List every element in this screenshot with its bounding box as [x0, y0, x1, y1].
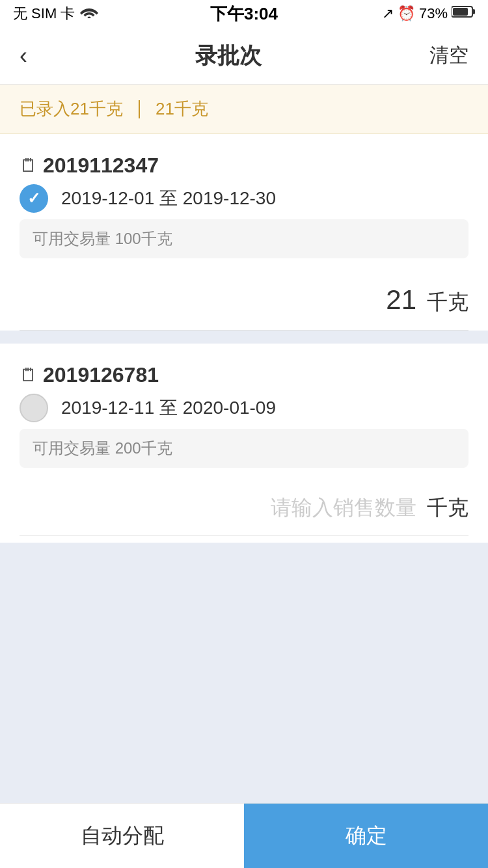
status-time: 下午3:04 — [210, 3, 278, 25]
batch-1-amount-row: 21 千克 — [0, 271, 488, 330]
battery-text: 73% — [419, 5, 448, 22]
batch-2-id: 2019126781 — [43, 363, 159, 387]
summary-value: 21千克 — [156, 98, 208, 120]
checkmark-icon: ✓ — [27, 189, 40, 208]
svg-point-0 — [88, 17, 91, 19]
status-bar: 无 SIM 卡 下午3:04 ↗ ⏰ 73% — [0, 0, 488, 27]
back-button[interactable]: ‹ — [20, 42, 27, 70]
batch-2-header: 🗒 2019126781 — [0, 344, 488, 394]
summary-label: 已录入21千克 — [20, 98, 123, 120]
no-sim-text: 无 SIM 卡 — [13, 4, 75, 23]
batch-item-2: 🗒 2019126781 2019-12-11 至 2020-01-09 可用交… — [0, 344, 488, 543]
batch-2-date: 2019-12-11 至 2020-01-09 — [61, 396, 276, 420]
location-icon: ↗ — [382, 5, 394, 22]
summary-divider — [139, 100, 140, 118]
svg-rect-3 — [453, 8, 468, 16]
auto-distribute-button[interactable]: 自动分配 — [0, 804, 244, 868]
page-title: 录批次 — [195, 41, 262, 71]
batch-1-id: 2019112347 — [43, 154, 159, 178]
batch-2-unit: 千克 — [427, 494, 468, 522]
summary-bar: 已录入21千克 21千克 — [0, 85, 488, 134]
empty-area — [0, 543, 488, 803]
battery-icon — [452, 5, 475, 22]
bottom-bar: 自动分配 确定 — [0, 803, 488, 868]
svg-rect-2 — [472, 9, 475, 14]
batch-2-input-row[interactable]: 千克 — [0, 481, 488, 536]
wifi-icon — [80, 5, 98, 22]
status-left: 无 SIM 卡 — [13, 4, 98, 23]
section-separator-1 — [0, 331, 488, 344]
nav-bar: ‹ 录批次 清空 — [0, 27, 488, 85]
batch-1-header: 🗒 2019112347 — [0, 134, 488, 184]
batch-1-available-qty: 可用交易量 100千克 — [20, 219, 468, 258]
input-underline — [20, 536, 468, 536]
batch-2-checkbox[interactable] — [20, 394, 48, 422]
batch-2-icon: 🗒 — [20, 364, 38, 386]
batch-2-date-row[interactable]: 2019-12-11 至 2020-01-09 — [0, 394, 488, 429]
qty-input[interactable] — [221, 496, 416, 520]
batch-1-checkbox[interactable]: ✓ — [20, 184, 48, 213]
alarm-icon: ⏰ — [398, 5, 415, 22]
batch-1-unit: 千克 — [427, 288, 468, 317]
batch-2-available-qty: 可用交易量 200千克 — [20, 429, 468, 468]
status-right: ↗ ⏰ 73% — [382, 5, 475, 22]
batch-1-amount: 21 — [386, 284, 416, 316]
batch-1-date: 2019-12-01 至 2019-12-30 — [61, 186, 276, 211]
batch-1-date-row[interactable]: ✓ 2019-12-01 至 2019-12-30 — [0, 184, 488, 219]
clear-button[interactable]: 清空 — [429, 42, 468, 69]
batch-item-1: 🗒 2019112347 ✓ 2019-12-01 至 2019-12-30 可… — [0, 134, 488, 331]
confirm-button[interactable]: 确定 — [244, 804, 488, 868]
batch-1-icon: 🗒 — [20, 155, 38, 176]
